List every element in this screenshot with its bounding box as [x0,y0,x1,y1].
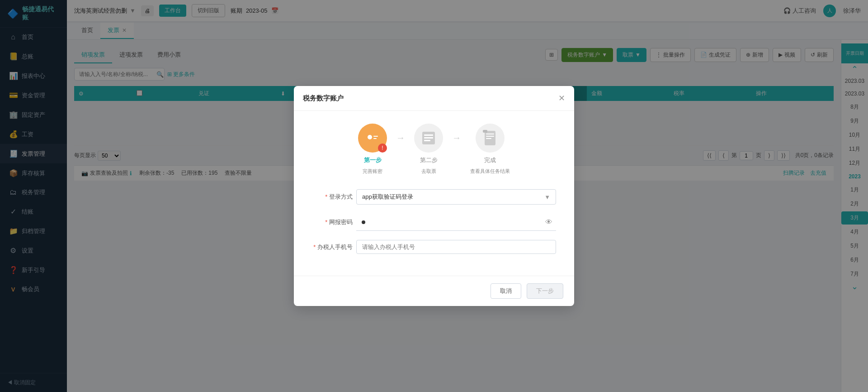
step-2-label: 第二步 [420,156,438,164]
select-arrow-icon: ▼ [544,194,550,201]
step-2-circle [414,124,443,153]
step-3: 完成 查看具体任务结果 [470,124,510,175]
tax-account-modal: 税务数字账户 ✕ ! [294,86,574,306]
step-1-sublabel: 完善账密 [363,168,382,175]
step-3-circle [476,124,505,153]
exclamation-icon: ! [382,145,383,151]
step-arrow-2: → [443,124,470,143]
step-1: ! 第一步 完善账密 [358,124,387,175]
steps: ! 第一步 完善账密 → [312,124,556,175]
login-method-select[interactable]: app获取验证码登录 ▼ [356,189,556,205]
svg-rect-0 [365,133,380,143]
login-method-row: 登录方式 app获取验证码登录 ▼ [312,189,556,205]
step-3-icon [482,130,498,146]
step-2-icon [420,130,437,146]
modal-title: 税务数字账户 [303,94,344,103]
svg-rect-11 [486,138,491,139]
login-method-value: app获取验证码登录 [362,193,413,201]
arrow-right-icon: → [396,133,405,143]
cancel-btn[interactable]: 取消 [491,283,521,299]
modal-overlay: 税务数字账户 ✕ ! [0,0,868,392]
svg-rect-2 [373,136,378,137]
step-1-circle: ! [358,124,387,153]
password-input[interactable] [365,215,542,229]
step-arrow-1: → [387,124,414,143]
password-label: 网报密码 [312,218,353,226]
next-btn[interactable]: 下一步 [527,283,563,299]
step-2: 第二步 去取票 [414,124,443,175]
login-method-label: 登录方式 [312,193,353,201]
svg-rect-5 [424,134,433,136]
svg-rect-12 [483,130,487,133]
phone-row: 办税人手机号 [312,240,556,254]
step-1-label: 第一步 [364,156,382,164]
phone-label: 办税人手机号 [312,243,353,251]
step-3-sublabel: 查看具体任务结果 [470,168,510,175]
svg-rect-10 [486,136,494,137]
password-toggle-icon[interactable]: 👁 [542,218,556,226]
step-3-label: 完成 [484,156,496,164]
step-2-sublabel: 去取票 [421,168,436,175]
svg-rect-6 [424,137,433,139]
modal-close-btn[interactable]: ✕ [558,93,565,103]
svg-rect-9 [486,134,494,134]
svg-rect-3 [373,138,377,139]
modal-form: 登录方式 app获取验证码登录 ▼ 网报密码 👁 [312,189,556,254]
password-row: 网报密码 👁 [312,214,556,231]
modal-footer: 取消 下一步 [294,276,574,306]
modal-header: 税务数字账户 ✕ [294,86,574,111]
svg-rect-7 [424,140,430,141]
password-dot [362,220,365,224]
modal-body: ! 第一步 完善账密 → [294,111,574,276]
arrow-right-2-icon: → [452,133,461,143]
step-1-badge: ! [378,143,387,153]
svg-point-1 [368,135,372,139]
step-1-icon [364,130,381,146]
phone-input[interactable] [356,240,556,254]
password-wrapper: 👁 [356,214,556,231]
